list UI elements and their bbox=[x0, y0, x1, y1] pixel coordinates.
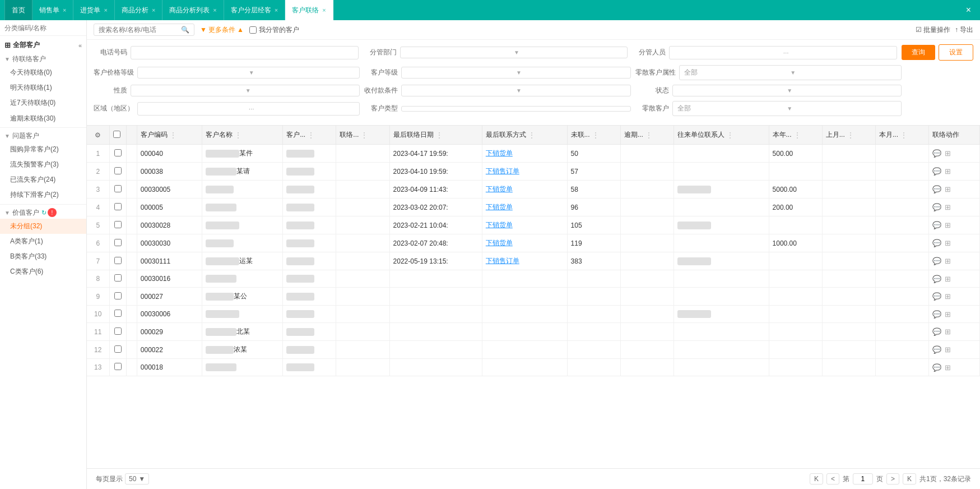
close-tab-customer-segment[interactable]: × bbox=[275, 7, 278, 13]
settings-column-header[interactable]: ⚙ bbox=[87, 126, 109, 145]
grid-action-icon[interactable]: ⊞ bbox=[945, 345, 951, 354]
nav-tab-sales[interactable]: 销售单 × bbox=[32, 0, 73, 20]
sidebar-item-tomorrow[interactable]: 明天待联络(1) bbox=[0, 80, 86, 95]
grid-action-icon[interactable]: ⊞ bbox=[945, 203, 951, 211]
filter-search-input[interactable] bbox=[99, 26, 179, 34]
query-button[interactable]: 查询 bbox=[902, 45, 935, 60]
grid-action-icon[interactable]: ⊞ bbox=[945, 239, 951, 247]
scatter-attr-select[interactable]: 全部 ▼ bbox=[679, 65, 902, 80]
page-size-box[interactable]: 50 ▼ bbox=[125, 473, 149, 485]
window-close-button[interactable]: × bbox=[962, 5, 976, 15]
prev-page-button[interactable]: < bbox=[826, 473, 839, 485]
sidebar-item-class-a[interactable]: A类客户(1) bbox=[0, 234, 86, 249]
sidebar-item-today[interactable]: 今天待联络(0) bbox=[0, 65, 86, 80]
select-all-checkbox[interactable] bbox=[113, 131, 120, 138]
message-icon[interactable]: 💬 bbox=[932, 149, 941, 158]
message-icon[interactable]: 💬 bbox=[932, 239, 941, 247]
col-resize-code[interactable]: ⋮ bbox=[170, 131, 177, 139]
last-month-column-header[interactable]: 上月... ⋮ bbox=[822, 126, 875, 145]
last-page-button[interactable]: K bbox=[903, 473, 916, 485]
this-year-column-header[interactable]: 本年... ⋮ bbox=[769, 126, 822, 145]
row-checkbox[interactable] bbox=[114, 292, 122, 299]
code-column-header[interactable]: 客户编码 ⋮ bbox=[137, 126, 202, 145]
filter-search-icon[interactable]: 🔍 bbox=[181, 26, 189, 34]
my-customers-checkbox[interactable] bbox=[249, 26, 257, 34]
contact-method-link[interactable]: 下销售订单 bbox=[486, 257, 519, 265]
message-icon[interactable]: 💬 bbox=[932, 363, 941, 372]
row-checkbox[interactable] bbox=[114, 203, 122, 210]
more-icon[interactable]: ··· bbox=[783, 49, 892, 57]
first-page-button[interactable]: K bbox=[810, 473, 823, 485]
payment-select[interactable]: ▼ bbox=[401, 85, 630, 96]
message-icon[interactable]: 💬 bbox=[932, 310, 941, 319]
sidebar-search-input[interactable] bbox=[4, 24, 87, 32]
col-resize-contact[interactable]: ⋮ bbox=[361, 131, 368, 139]
name-column-header[interactable]: 客户名称 ⋮ bbox=[202, 126, 282, 145]
nav-tab-home[interactable]: 首页 bbox=[4, 0, 32, 20]
contact-method-link[interactable]: 下销货单 bbox=[486, 239, 513, 247]
sidebar-item-class-b[interactable]: B类客户(33) bbox=[0, 249, 86, 264]
message-icon[interactable]: 💬 bbox=[932, 221, 941, 229]
settings-icon[interactable]: ⚙ bbox=[95, 131, 101, 139]
row-checkbox[interactable] bbox=[114, 167, 122, 174]
contact-method-link[interactable]: 下销售订单 bbox=[486, 167, 519, 175]
customer-level-select[interactable]: ▼ bbox=[401, 67, 630, 79]
message-icon[interactable]: 💬 bbox=[932, 257, 941, 265]
sidebar-item-ungrouped[interactable]: 未分组(32) bbox=[0, 219, 86, 234]
region-select[interactable]: ··· bbox=[137, 102, 360, 116]
col-resize-this-month[interactable]: ⋮ bbox=[900, 131, 907, 139]
scatter-select[interactable]: 全部 ▼ bbox=[672, 101, 902, 116]
this-month-column-header[interactable]: 本月... ⋮ bbox=[875, 126, 928, 145]
row-checkbox[interactable] bbox=[114, 257, 122, 264]
sidebar-item-7days[interactable]: 近7天待联络(0) bbox=[0, 95, 86, 110]
nav-tab-product-analysis[interactable]: 商品分析 × bbox=[115, 0, 162, 20]
row-checkbox[interactable] bbox=[114, 363, 122, 370]
grid-action-icon[interactable]: ⊞ bbox=[945, 292, 951, 301]
nav-tab-customer-contact[interactable]: 客户联络 × bbox=[285, 0, 333, 20]
close-tab-purchase[interactable]: × bbox=[104, 7, 107, 13]
message-icon[interactable]: 💬 bbox=[932, 327, 941, 336]
grid-action-icon[interactable]: ⊞ bbox=[945, 310, 951, 319]
grid-action-icon[interactable]: ⊞ bbox=[945, 257, 951, 265]
status-select[interactable]: ▼ bbox=[672, 85, 902, 96]
row-checkbox[interactable] bbox=[114, 149, 122, 156]
grid-action-icon[interactable]: ⊞ bbox=[945, 275, 951, 283]
sidebar-item-churn-warning[interactable]: 流失预警客户(3) bbox=[0, 157, 86, 172]
close-tab-sales[interactable]: × bbox=[63, 7, 66, 13]
close-tab-customer-contact[interactable]: × bbox=[322, 7, 326, 13]
col-resize-company[interactable]: ⋮ bbox=[727, 131, 733, 139]
sidebar-item-overdue[interactable]: 逾期未联络(30) bbox=[0, 111, 86, 126]
message-icon[interactable]: 💬 bbox=[932, 345, 941, 354]
batch-operation-button[interactable]: ☑ 批量操作 bbox=[916, 25, 950, 35]
more-conditions-button[interactable]: ▼ 更多条件 ▲ bbox=[200, 25, 244, 35]
col-resize-uncontacted[interactable]: ⋮ bbox=[592, 131, 599, 139]
nav-tab-purchase[interactable]: 进货单 × bbox=[73, 0, 114, 20]
message-icon[interactable]: 💬 bbox=[932, 275, 941, 283]
contact-column-header[interactable]: 联络... ⋮ bbox=[336, 126, 389, 145]
sidebar-item-churned[interactable]: 已流失客户(24) bbox=[0, 172, 86, 187]
company-contact-column-header[interactable]: 往来单位联系人 ⋮ bbox=[674, 126, 769, 145]
row-checkbox[interactable] bbox=[114, 239, 122, 246]
col-resize-type[interactable]: ⋮ bbox=[308, 131, 314, 139]
contact-method-link[interactable]: 下销货单 bbox=[486, 149, 513, 157]
col-resize-last-month[interactable]: ⋮ bbox=[847, 131, 854, 139]
message-icon[interactable]: 💬 bbox=[932, 185, 941, 193]
page-number-input[interactable] bbox=[853, 473, 873, 485]
customer-type-select[interactable] bbox=[401, 106, 630, 112]
type-column-header[interactable]: 客户... ⋮ bbox=[283, 126, 336, 145]
last-contact-date-column-header[interactable]: 最后联络日期 ⋮ bbox=[389, 126, 482, 145]
reset-button[interactable]: 设置 bbox=[939, 44, 973, 61]
row-checkbox[interactable] bbox=[114, 327, 122, 335]
sidebar-item-declining[interactable]: 持续下滑客户(2) bbox=[0, 187, 86, 202]
nav-tab-product-analysis-list[interactable]: 商品分析列表 × bbox=[162, 0, 224, 20]
col-resize-method[interactable]: ⋮ bbox=[528, 131, 535, 139]
grid-action-icon[interactable]: ⊞ bbox=[945, 167, 951, 176]
overdue-column-header[interactable]: 逾期... ⋮ bbox=[620, 126, 674, 145]
grid-action-icon[interactable]: ⊞ bbox=[945, 327, 951, 336]
nature-select[interactable]: ▼ bbox=[131, 85, 360, 96]
dept-select[interactable]: ▼ bbox=[400, 47, 628, 58]
contact-method-link[interactable]: 下销货单 bbox=[486, 203, 513, 211]
export-button[interactable]: ↑ 导出 bbox=[955, 25, 973, 35]
close-tab-product-analysis-list[interactable]: × bbox=[213, 7, 216, 13]
nav-tab-customer-segment[interactable]: 客户分层经客 × bbox=[224, 0, 285, 20]
